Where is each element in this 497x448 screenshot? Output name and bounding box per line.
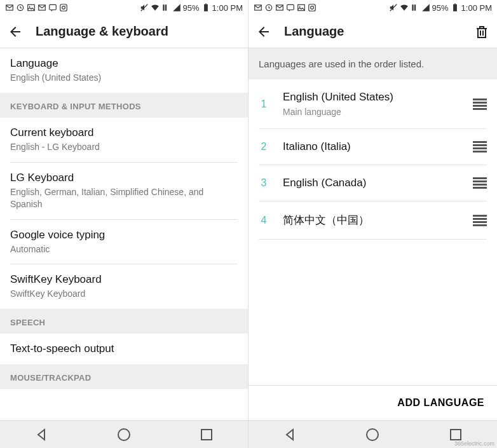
chat-icon — [48, 3, 57, 12]
lang-sub: Main language — [283, 107, 459, 117]
svg-point-12 — [118, 429, 130, 440]
sync-icon — [264, 3, 273, 12]
settings-list: Language English (United States) KEYBOAR… — [0, 48, 248, 420]
svg-point-26 — [367, 429, 378, 440]
svg-point-21 — [311, 6, 314, 10]
svg-rect-20 — [309, 4, 316, 11]
nav-recents-icon[interactable] — [199, 427, 214, 442]
image-icon — [27, 3, 36, 12]
mute-icon — [389, 3, 398, 12]
battery-icon — [201, 3, 210, 12]
item-sub: SwiftKey Keyboard — [10, 288, 238, 300]
drag-handle-icon[interactable] — [473, 177, 487, 189]
lang-name: Italiano (Italia) — [283, 140, 459, 153]
language-list: 1 English (United States) Main language … — [248, 79, 497, 385]
svg-rect-27 — [451, 430, 461, 440]
item-title: Text-to-speech output — [10, 343, 238, 355]
battery-icon — [451, 3, 460, 12]
battery-percent: 95% — [183, 3, 200, 13]
item-title: SwiftKey Keyboard — [10, 273, 238, 286]
gmail-icon2 — [275, 3, 284, 12]
section-speech: SPEECH — [0, 309, 248, 334]
svg-point-3 — [29, 6, 31, 7]
status-bar: 95% 1:00 PM — [0, 0, 248, 15]
page-title: Language — [284, 24, 344, 39]
section-keyboard: KEYBOARD & INPUT METHODS — [0, 93, 248, 118]
data-icon — [411, 3, 419, 12]
item-title: LG Keyboard — [10, 172, 238, 184]
clock-time: 1:00 PM — [461, 3, 492, 13]
info-message: Languages are used in the order listed. — [248, 48, 497, 79]
appbar: Language — [248, 15, 497, 48]
item-google-voice-typing[interactable]: Google voice typing Automatic — [0, 220, 248, 264]
watermark: 365electric.com — [454, 440, 494, 447]
wifi-icon — [400, 3, 409, 12]
nav-home-icon[interactable] — [365, 427, 380, 442]
item-swiftkey-keyboard[interactable]: SwiftKey Keyboard SwiftKey Keyboard — [0, 264, 248, 309]
page-title: Language & keyboard — [36, 24, 168, 39]
item-current-keyboard[interactable]: Current keyboard English - LG Keyboard — [0, 118, 248, 162]
back-icon[interactable] — [8, 24, 23, 39]
delete-icon[interactable] — [474, 24, 489, 39]
mute-icon — [140, 3, 149, 12]
divider — [259, 239, 487, 240]
item-title: Current keyboard — [10, 126, 238, 139]
language-row[interactable]: 2 Italiano (Italia) — [248, 129, 497, 165]
back-icon[interactable] — [256, 24, 271, 39]
svg-rect-11 — [205, 4, 206, 4]
lang-name: 简体中文（中国） — [283, 213, 459, 227]
item-tts[interactable]: Text-to-speech output — [0, 334, 248, 364]
item-sub: English (United States) — [10, 72, 238, 84]
battery-percent: 95% — [432, 3, 449, 13]
language-row[interactable]: 3 English (Canada) — [248, 165, 497, 201]
lang-name: English (United States) — [283, 91, 459, 104]
svg-rect-10 — [204, 4, 208, 11]
lang-name: English (Canada) — [283, 177, 459, 189]
item-lg-keyboard[interactable]: LG Keyboard English, German, Italian, Si… — [0, 163, 248, 219]
instagram-icon — [308, 3, 317, 12]
add-language-button[interactable]: ADD LANGUAGE — [248, 385, 497, 420]
lang-order-num: 3 — [259, 177, 269, 189]
item-sub: English - LG Keyboard — [10, 141, 238, 153]
signal-icon — [421, 3, 430, 12]
svg-rect-6 — [60, 4, 67, 11]
appbar: Language & keyboard — [0, 15, 248, 48]
instagram-icon — [59, 3, 68, 12]
svg-rect-25 — [454, 4, 455, 4]
nav-recents-icon[interactable] — [448, 427, 463, 442]
svg-point-7 — [62, 6, 65, 10]
navigation-bar — [0, 420, 248, 448]
nav-home-icon[interactable] — [116, 427, 132, 442]
svg-rect-24 — [453, 4, 457, 11]
settings-language-keyboard-screen: 95% 1:00 PM Language & keyboard Language… — [0, 0, 248, 448]
section-mouse: MOUSE/TRACKPAD — [0, 364, 248, 389]
lang-order-num: 2 — [259, 141, 269, 153]
nav-back-icon[interactable] — [34, 427, 49, 442]
lang-order-num: 4 — [259, 215, 269, 226]
drag-handle-icon[interactable] — [473, 215, 487, 226]
item-sub: English, German, Italian, Simplified Chi… — [10, 186, 238, 210]
language-row[interactable]: 4 简体中文（中国） — [248, 201, 497, 239]
gmail-icon — [254, 3, 262, 12]
svg-point-8 — [65, 6, 65, 6]
item-language[interactable]: Language English (United States) — [0, 48, 248, 93]
nav-back-icon[interactable] — [282, 427, 297, 442]
status-bar: 95% 1:00 PM — [248, 0, 497, 15]
data-icon — [161, 3, 170, 12]
image-icon — [297, 3, 306, 12]
signal-icon — [172, 3, 181, 12]
drag-handle-icon[interactable] — [473, 141, 487, 153]
language-row[interactable]: 1 English (United States) Main language — [248, 79, 497, 128]
svg-point-19 — [299, 6, 301, 7]
clock-time: 1:00 PM — [212, 3, 243, 13]
svg-rect-17 — [287, 4, 294, 10]
lang-order-num: 1 — [259, 98, 269, 110]
svg-point-22 — [313, 6, 314, 6]
gmail-icon — [5, 3, 14, 12]
drag-handle-icon[interactable] — [473, 98, 487, 110]
svg-rect-5 — [50, 4, 57, 10]
chat-icon — [286, 3, 295, 12]
item-title: Google voice typing — [10, 229, 238, 241]
item-title: Language — [10, 57, 238, 70]
svg-rect-13 — [201, 430, 212, 440]
